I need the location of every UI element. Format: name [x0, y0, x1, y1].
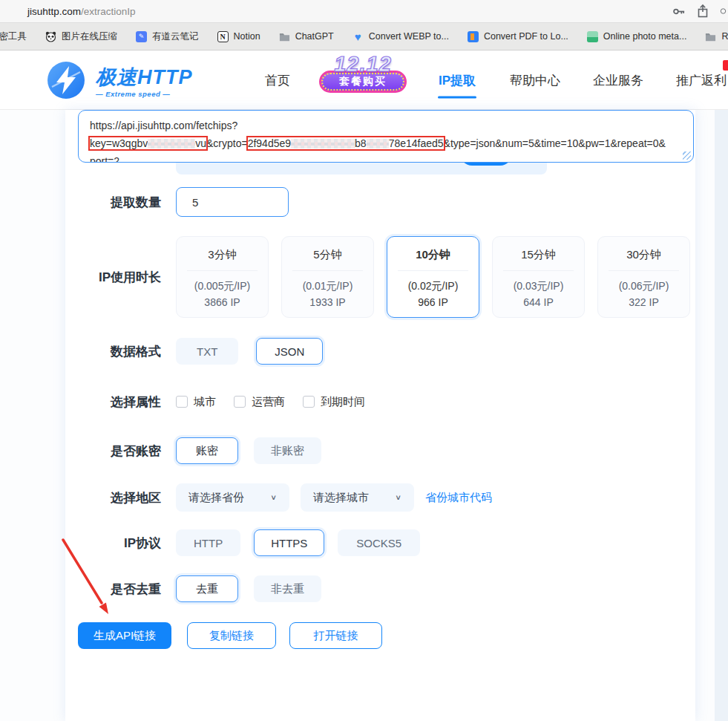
generate-api-link-button[interactable]: 生成API链接	[78, 622, 171, 649]
checkbox-icon	[234, 396, 246, 408]
clipped-toolbar-icon[interactable]	[720, 4, 727, 18]
promo-banner-1212[interactable]: 12.12 套餐购买	[319, 54, 407, 93]
chevron-down-icon: ∨	[270, 493, 277, 501]
photo-icon	[587, 31, 598, 42]
lightning-logo-icon	[46, 60, 86, 103]
api-url-line3: port=2	[90, 152, 682, 163]
page-content: 账户概况 当前账户余额 19.33元 充值 提取数量 IP使用时长 3分钟	[0, 110, 728, 721]
bookmark-chatgpt-folder[interactable]: ChatGPT	[279, 31, 334, 42]
url-domain: jisuhttp.com	[27, 6, 81, 17]
bookmark-photo-meta[interactable]: Online photo meta...	[587, 31, 687, 42]
site-logo[interactable]: 极速HTTP — Extreme speed —	[46, 60, 193, 103]
share-icon[interactable]	[696, 4, 709, 18]
open-link-button[interactable]: 打开链接	[289, 622, 382, 649]
mosaic-redaction	[367, 139, 389, 149]
protocol-option-socks5[interactable]: SOCKS5	[338, 529, 420, 556]
province-city-code-link[interactable]: 省份城市代码	[425, 491, 492, 505]
bookmark-youdao-note[interactable]: ✎ 有道云笔记	[136, 30, 199, 43]
brand-tagline: — Extreme speed —	[96, 90, 193, 98]
nav-referral[interactable]: 推广返利	[676, 71, 727, 88]
attr-checkbox-isp[interactable]: 运营商	[234, 395, 285, 409]
address-bar[interactable]: jisuhttp.com/extractionIp	[27, 6, 136, 17]
city-select[interactable]: 请选择城市∨	[301, 483, 414, 512]
nav-home[interactable]: 首页	[265, 71, 290, 88]
format-option-json[interactable]: JSON	[256, 338, 323, 365]
bookmark-image-compress[interactable]: 图片在线压缩	[45, 30, 117, 43]
bookmark-convert-webp[interactable]: ♥ Convert WEBP to...	[352, 31, 449, 42]
bookmark-convert-pdf[interactable]: Convert PDF to Lo...	[468, 31, 568, 42]
bookmark-relakkes-folder[interactable]: Relakkes	[705, 31, 728, 42]
pdf-icon	[468, 31, 479, 42]
auth-option-password[interactable]: 账密	[176, 437, 238, 464]
dedup-option-no[interactable]: 非去重	[254, 575, 321, 602]
mosaic-redaction	[291, 139, 355, 149]
bookmark-encrypt-tools[interactable]: 加密工具	[0, 30, 27, 43]
brand-name: 极速HTTP	[96, 66, 193, 88]
nav-ip-extract[interactable]: IP提取	[439, 71, 476, 88]
protocol-option-http[interactable]: HTTP	[176, 529, 240, 556]
province-select[interactable]: 请选择省份∨	[176, 483, 289, 512]
api-url-textarea[interactable]: https://api.jisuhttp.com/fetchips? key=w…	[78, 110, 694, 163]
dedup-option-yes[interactable]: 去重	[176, 575, 238, 602]
bookmark-notion[interactable]: N Notion	[217, 31, 260, 42]
protocol-option-https[interactable]: HTTPS	[254, 529, 324, 556]
dedup-label: 是否去重	[65, 581, 161, 598]
duration-card-30min[interactable]: 30分钟 (0.06元/IP) 322 IP	[597, 236, 690, 318]
extraction-form-card: 账户概况 当前账户余额 19.33元 充值 提取数量 IP使用时长 3分钟	[65, 110, 695, 721]
quantity-input[interactable]	[176, 187, 289, 217]
notion-icon: N	[217, 31, 229, 42]
resize-handle-icon[interactable]	[683, 151, 691, 160]
annotation-box-crypto: 2f94d5e9b878e14faed5	[248, 137, 444, 149]
duration-card-3min[interactable]: 3分钟 (0.005元/IP) 3866 IP	[176, 236, 269, 318]
site-header: 极速HTTP — Extreme speed — 首页 12.12 套餐购买 I…	[0, 50, 728, 110]
checkbox-icon	[303, 396, 315, 408]
copy-link-button[interactable]: 复制链接	[187, 622, 276, 649]
auth-label: 是否账密	[65, 443, 161, 460]
password-key-icon[interactable]	[672, 4, 686, 18]
protocol-label: IP协议	[65, 535, 161, 552]
duration-label: IP使用时长	[65, 269, 161, 286]
attrs-label: 选择属性	[65, 394, 161, 411]
nav-enterprise[interactable]: 企业服务	[593, 71, 643, 88]
attr-checkbox-city[interactable]: 城市	[176, 395, 216, 409]
format-label: 数据格式	[65, 343, 161, 360]
folder-icon	[279, 31, 290, 42]
api-url-line1: https://api.jisuhttp.com/fetchips?	[90, 117, 682, 134]
checkbox-icon	[176, 396, 188, 408]
duration-card-10min[interactable]: 10分钟 (0.02元/IP) 966 IP	[387, 236, 479, 318]
nav-red-badge	[723, 60, 728, 71]
format-option-txt[interactable]: TXT	[176, 338, 238, 365]
auth-option-no-password[interactable]: 非账密	[254, 437, 321, 464]
api-url-line2: key=w3qgbvvu&crypto=2f94d5e9b878e14faed5…	[90, 134, 682, 152]
chevron-down-icon: ∨	[395, 493, 401, 501]
region-label: 选择地区	[65, 489, 161, 506]
bookmarks-bar: 加密工具 图片在线压缩 ✎ 有道云笔记 N Notion ChatGPT ♥ C…	[0, 22, 728, 50]
heart-icon: ♥	[352, 31, 364, 42]
panda-icon	[45, 31, 56, 42]
duration-card-5min[interactable]: 5分钟 (0.01元/IP) 1933 IP	[281, 236, 374, 318]
folder-icon	[705, 31, 716, 42]
mosaic-redaction	[148, 139, 195, 149]
attr-checkbox-expire[interactable]: 到期时间	[303, 395, 365, 409]
quantity-label: 提取数量	[65, 194, 161, 211]
annotation-box-key: key=w3qgbvvu	[90, 137, 206, 149]
nav-help-center[interactable]: 帮助中心	[510, 71, 560, 88]
browser-url-bar: jisuhttp.com/extractionIp	[0, 0, 728, 22]
scrollbar-track[interactable]	[715, 110, 728, 721]
youdao-pen-icon: ✎	[136, 31, 147, 42]
url-path: /extractionIp	[81, 6, 136, 17]
duration-card-15min[interactable]: 15分钟 (0.03元/IP) 644 IP	[492, 236, 585, 318]
